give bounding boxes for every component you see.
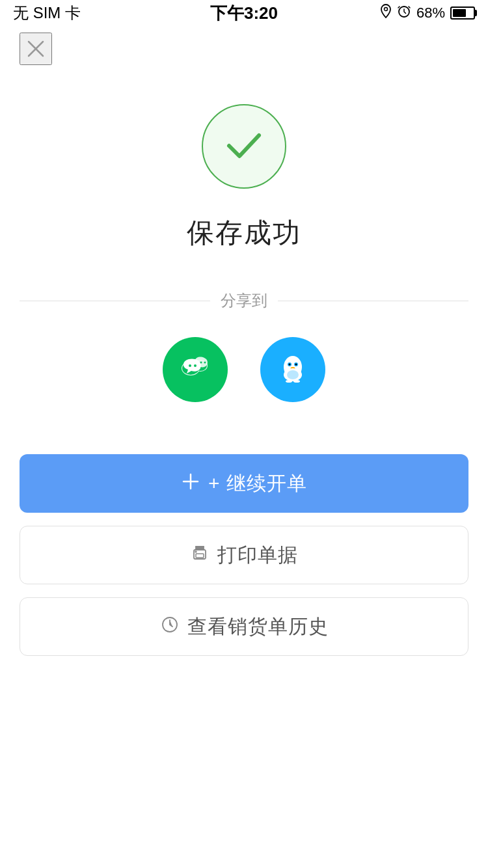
svg-point-15 [289,364,291,366]
wechat-share-button[interactable] [163,337,228,402]
continue-button[interactable]: + 继续开单 [20,454,468,513]
status-bar: 无 SIM 卡 下午3:20 68% [0,0,488,26]
svg-point-10 [200,362,202,364]
svg-point-9 [194,364,197,367]
print-icon [190,543,210,567]
status-left: 无 SIM 卡 [13,3,86,23]
history-icon [160,615,180,639]
battery-percent: 68% [416,5,445,21]
success-icon-circle [202,104,286,189]
plus-icon [181,472,200,496]
svg-point-20 [286,380,292,383]
status-time: 下午3:20 [210,2,278,25]
share-section: 分享到 [20,290,468,402]
close-button[interactable] [20,33,52,65]
success-area: 保存成功 [20,104,468,251]
svg-point-0 [384,8,387,11]
divider-line-right [278,301,468,301]
location-icon [380,4,392,22]
svg-point-16 [295,364,297,366]
qq-share-button[interactable] [260,337,325,402]
action-buttons: + 继续开单 打印单据 查看销货单历史 [20,454,468,656]
svg-point-19 [287,370,299,379]
history-button[interactable]: 查看销货单历史 [20,597,468,656]
alarm-icon [397,4,411,22]
divider-line-left [20,301,210,301]
svg-point-26 [195,550,197,552]
success-title: 保存成功 [187,215,301,251]
svg-point-8 [189,364,191,367]
svg-point-11 [204,362,206,364]
sim-label: 无 SIM 卡 [13,3,81,23]
page-content: 保存成功 分享到 [0,26,488,868]
status-right: 68% [380,4,475,22]
share-icons [20,337,468,402]
svg-rect-25 [196,554,204,558]
history-label: 查看销货单历史 [187,614,329,640]
battery-icon [450,7,475,20]
share-divider: 分享到 [20,290,468,311]
share-label: 分享到 [221,290,267,311]
continue-label: + 继续开单 [208,470,307,497]
checkmark-icon [221,122,267,170]
svg-point-21 [293,380,300,383]
print-label: 打印单据 [217,542,298,569]
print-button[interactable]: 打印单据 [20,526,468,584]
